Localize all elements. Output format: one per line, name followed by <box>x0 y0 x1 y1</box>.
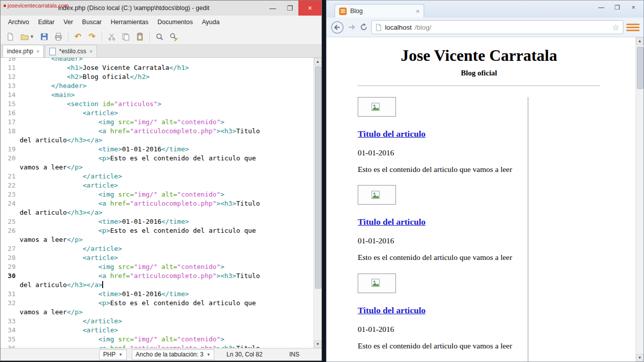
editor-tabbar: index.php×*estilo.css× <box>1 45 321 58</box>
code-text: <a href="articulocompleto.php"><h3>Titul… <box>20 344 313 348</box>
menu-item[interactable]: Documentos <box>153 17 197 28</box>
code-line[interactable]: 20 <p>Esto es el contenido del articulo … <box>1 154 313 172</box>
open-button[interactable]: ▼ <box>18 30 37 43</box>
code-line[interactable]: 22 <article> <box>1 181 313 190</box>
code-line[interactable]: 25 <time>01-01-2016</time> <box>1 217 313 226</box>
code-line[interactable]: 17 <img src="img/" alt="contenido"> <box>1 118 313 127</box>
menu-item[interactable]: Buscar <box>77 17 106 28</box>
editor-minimize-button[interactable]: — <box>264 1 281 16</box>
watermark-text: josevicentecarratala.com <box>8 3 69 9</box>
cut-button[interactable] <box>105 30 118 43</box>
new-document-button[interactable] <box>4 30 17 43</box>
code-line[interactable]: 10 <header> <box>1 58 313 63</box>
browser-scrollbar[interactable]: ▲ ▼ <box>635 37 643 361</box>
line-number: 25 <box>1 217 20 226</box>
code-line[interactable]: 27 </article> <box>1 244 313 253</box>
scroll-up-icon[interactable]: ▲ <box>314 58 321 65</box>
code-line[interactable]: 18 <a href="articulocompleto.php"><h3>Ti… <box>1 127 313 145</box>
article-title-link[interactable]: Titulo del articulo <box>358 217 426 227</box>
menu-item[interactable]: Ver <box>59 17 77 28</box>
code-line[interactable]: 35 <img src="img/" alt="contenido"> <box>1 335 313 344</box>
menu-icon <box>626 24 639 25</box>
code-text: <h1>Jose Vicente Carratala</h1> <box>20 63 313 72</box>
text-cursor <box>102 281 103 288</box>
browser-scrollbar-thumb[interactable] <box>637 47 643 89</box>
code-line[interactable]: 33 </article> <box>1 317 313 326</box>
find-button[interactable] <box>153 30 166 43</box>
code-text: <a href="articulocompleto.php"><h3>Titul… <box>20 127 313 145</box>
article-date: 01-01-2016 <box>358 148 528 157</box>
line-number: 22 <box>1 181 20 190</box>
article-card: Titulo del articulo 01-01-2016 Esto es e… <box>358 97 528 174</box>
scroll-up-icon[interactable]: ▲ <box>636 37 643 45</box>
editor-titlebar[interactable]: josevicentecarratala.com index.php (Disc… <box>1 1 321 16</box>
editor-maximize-button[interactable]: ❐ <box>281 1 298 16</box>
browser-close-button[interactable]: × <box>625 3 641 13</box>
bookmark-star-icon[interactable]: ☆ <box>612 23 619 32</box>
scroll-down-icon[interactable]: ▼ <box>636 354 643 361</box>
browser-maximize-button[interactable]: ❐ <box>609 3 625 13</box>
tab-label: *estilo.css <box>59 48 86 55</box>
editor-close-button[interactable]: × <box>298 1 321 16</box>
menu-item[interactable]: Editar <box>34 17 59 28</box>
editor-scrollbar-thumb[interactable] <box>315 66 321 289</box>
menu-item[interactable]: Herramientas <box>106 17 153 28</box>
code-line[interactable]: 32 <p>Esto es el contenido del articulo … <box>1 299 313 317</box>
redo-button[interactable]: ↷ <box>86 30 99 43</box>
back-button[interactable] <box>331 21 344 34</box>
line-number: 16 <box>1 109 20 118</box>
line-number: 11 <box>1 63 20 72</box>
copy-button[interactable] <box>119 30 132 43</box>
code-line[interactable]: 34 <article> <box>1 326 313 335</box>
code-line[interactable]: 24 <a href="articulocompleto.php"><h3>Ti… <box>1 199 313 217</box>
article-title-link[interactable]: Titulo del articulo <box>358 129 426 139</box>
line-number: 17 <box>1 118 20 127</box>
line-number: 27 <box>1 244 20 253</box>
paste-button[interactable] <box>133 30 146 43</box>
address-bar[interactable]: localhost/blog/ ☆ <box>371 20 623 34</box>
tab-close-icon[interactable]: × <box>90 48 93 54</box>
code-line[interactable]: 11 <h1>Jose Vicente Carratala</h1> <box>1 63 313 72</box>
code-line[interactable]: 14 <main> <box>1 90 313 100</box>
code-line[interactable]: 29 <img src="img/" alt="contenido"> <box>1 262 313 272</box>
line-number: 13 <box>1 81 20 90</box>
line-number: 29 <box>1 262 20 272</box>
reload-button[interactable] <box>359 23 368 32</box>
browser-tab-blog[interactable]: Blog × <box>335 4 424 18</box>
toolbar-separator <box>149 32 150 42</box>
tab-width-selector[interactable]: Ancho de la tabulación: 3 ▼ <box>132 349 215 360</box>
language-selector[interactable]: PHP ▼ <box>99 349 127 360</box>
code-line[interactable]: 16 <article> <box>1 109 313 118</box>
menu-item[interactable]: Archivo <box>4 17 34 28</box>
browser-minimize-button[interactable]: — <box>593 3 609 13</box>
undo-button[interactable]: ↶ <box>71 30 85 43</box>
tab-close-icon[interactable]: × <box>416 8 420 15</box>
menu-item[interactable]: Ayuda <box>197 17 224 28</box>
watermark: josevicentecarratala.com <box>4 3 69 9</box>
code-line[interactable]: 13 </header> <box>1 81 313 90</box>
code-line[interactable]: 12 <h2>Blog oficial</h2> <box>1 72 313 81</box>
editor-tab-estilocss[interactable]: *estilo.css× <box>45 45 97 57</box>
editor-tab-indexphp[interactable]: index.php× <box>3 45 44 57</box>
save-button[interactable] <box>38 30 51 43</box>
code-line[interactable]: 15 <section id="articulos"> <box>1 100 313 109</box>
code-line[interactable]: 30 <a href="articulocompleto.php"><h3>Ti… <box>1 272 313 290</box>
code-line[interactable]: 26 <p>Esto es el contenido del articulo … <box>1 226 313 244</box>
print-button[interactable] <box>52 30 65 43</box>
code-line[interactable]: 31 <time>01-01-2016</time> <box>1 290 313 299</box>
code-line[interactable]: 28 <article> <box>1 253 313 262</box>
line-number: 35 <box>1 335 20 344</box>
article-title-link[interactable]: Titulo del articulo <box>358 305 426 316</box>
tab-close-icon[interactable]: × <box>36 48 39 54</box>
code-line[interactable]: 21 </article> <box>1 172 313 181</box>
code-line[interactable]: 23 <img src="img/" alt="contenido"> <box>1 190 313 199</box>
code-line[interactable]: 19 <time>01-01-2016</time> <box>1 145 313 154</box>
editor-scrollbar[interactable]: ▲ ▼ <box>313 58 321 348</box>
browser-menu-button[interactable] <box>626 24 639 31</box>
broken-image-placeholder <box>358 97 396 117</box>
scroll-down-icon[interactable]: ▼ <box>314 340 321 348</box>
find-replace-button[interactable] <box>167 30 180 43</box>
code-area[interactable]: 10 <header>11 <h1>Jose Vicente Carratala… <box>1 58 313 348</box>
forward-button[interactable] <box>347 23 356 32</box>
code-line[interactable]: 36 <a href="articulocompleto.php"><h3>Ti… <box>1 344 313 348</box>
